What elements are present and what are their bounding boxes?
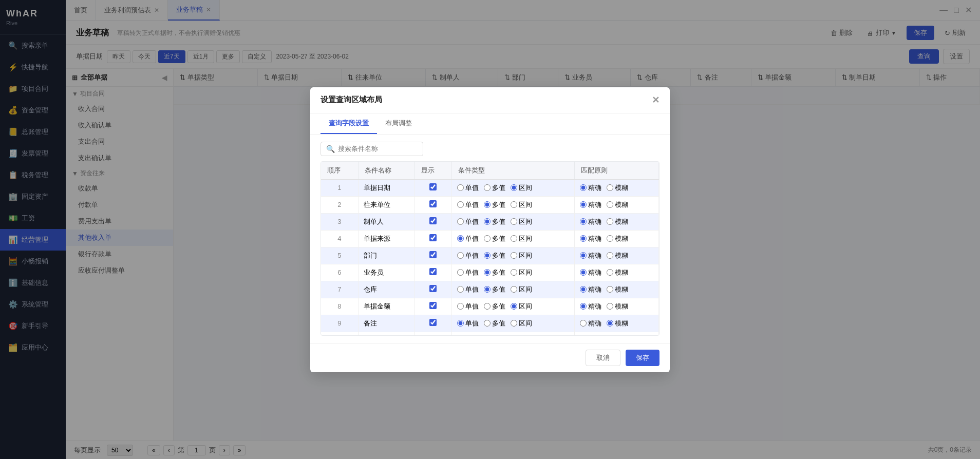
modal-search-bar: 🔍 [321,142,423,156]
type-option-2-1[interactable]: 多值 [484,217,505,226]
type-option-8-2[interactable]: 区间 [511,319,532,328]
row-type-4: 单值多值区间 [452,247,574,264]
type-option-7-2[interactable]: 区间 [511,302,532,311]
row-order-0: 1 [321,179,358,196]
modal-table-scroll: 顺序条件名称显示条件类型匹配原则 1单据日期单值多值区间精确模糊2往来单位单值多… [321,161,659,336]
type-option-6-0[interactable]: 单值 [457,285,479,294]
match-option-7-1[interactable]: 模糊 [607,302,628,311]
type-option-7-1[interactable]: 多值 [484,302,505,311]
type-option-6-2[interactable]: 区间 [511,285,532,294]
modal-search-input[interactable] [338,145,415,152]
match-option-8-1[interactable]: 模糊 [607,319,628,328]
row-match-6: 精确模糊 [574,281,658,298]
table-row: 8单据金额单值多值区间精确模糊 [321,298,659,315]
modal-body: 🔍 顺序条件名称显示条件类型匹配原则 1单据日期单值多值区间精确模糊2往来单位单… [310,135,670,343]
row-match-3: 精确模糊 [574,230,658,247]
modal-close-btn[interactable]: ✕ [652,94,659,106]
row-show-9[interactable] [414,332,452,336]
row-name-4: 部门 [358,247,414,264]
row-type-5: 单值多值区间 [452,264,574,281]
modal-header: 设置查询区域布局 ✕ [310,87,670,113]
type-option-8-0[interactable]: 单值 [457,319,479,328]
match-option-3-1[interactable]: 模糊 [607,234,628,243]
row-show-4[interactable] [414,247,452,264]
match-option-8-0[interactable]: 精确 [580,319,601,328]
show-checkbox-8[interactable] [429,319,437,326]
type-option-3-1[interactable]: 多值 [484,234,505,243]
tab-query-fields[interactable]: 查询字段设置 [321,113,377,134]
type-option-4-1[interactable]: 多值 [484,251,505,260]
type-option-6-1[interactable]: 多值 [484,285,505,294]
match-option-4-1[interactable]: 模糊 [607,251,628,260]
row-show-8[interactable] [414,315,452,332]
row-name-1: 往来单位 [358,196,414,213]
match-option-4-0[interactable]: 精确 [580,251,601,260]
row-order-6: 7 [321,281,358,298]
row-type-8: 单值多值区间 [452,315,574,332]
match-option-1-0[interactable]: 精确 [580,200,601,209]
settings-modal: 设置查询区域布局 ✕ 查询字段设置 布局调整 🔍 顺序条件名称显示条件类型匹配原… [310,87,670,372]
type-option-3-0[interactable]: 单值 [457,234,479,243]
confirm-btn[interactable]: 保存 [626,350,659,366]
show-checkbox-7[interactable] [429,302,437,309]
show-checkbox-5[interactable] [429,268,437,275]
type-option-7-0[interactable]: 单值 [457,302,479,311]
type-option-2-0[interactable]: 单值 [457,217,479,226]
row-match-4: 精确模糊 [574,247,658,264]
row-name-3: 单据来源 [358,230,414,247]
type-option-1-1[interactable]: 多值 [484,200,505,209]
row-show-3[interactable] [414,230,452,247]
row-show-7[interactable] [414,298,452,315]
modal-search-icon: 🔍 [326,145,335,153]
row-name-5: 业务员 [358,264,414,281]
show-checkbox-6[interactable] [429,285,437,292]
match-option-5-1[interactable]: 模糊 [607,268,628,277]
row-name-7: 单据金额 [358,298,414,315]
type-option-0-2[interactable]: 区间 [511,183,532,193]
show-checkbox-3[interactable] [429,234,437,241]
match-option-7-0[interactable]: 精确 [580,302,601,311]
type-option-4-2[interactable]: 区间 [511,251,532,260]
match-option-6-1[interactable]: 模糊 [607,285,628,294]
row-show-1[interactable] [414,196,452,213]
row-show-5[interactable] [414,264,452,281]
match-option-5-0[interactable]: 精确 [580,268,601,277]
row-show-2[interactable] [414,213,452,230]
type-option-0-0[interactable]: 单值 [457,183,479,193]
type-option-4-0[interactable]: 单值 [457,251,479,260]
modal-col-条件名称: 条件名称 [358,162,414,180]
row-order-5: 6 [321,264,358,281]
match-option-1-1[interactable]: 模糊 [607,200,628,209]
match-option-6-0[interactable]: 精确 [580,285,601,294]
show-checkbox-2[interactable] [429,217,437,224]
type-option-3-2[interactable]: 区间 [511,234,532,243]
modal-overlay: 设置查询区域布局 ✕ 查询字段设置 布局调整 🔍 顺序条件名称显示条件类型匹配原… [0,0,980,459]
match-option-0-0[interactable]: 精确 [580,183,601,193]
table-row: 9备注单值多值区间精确模糊 [321,315,659,332]
table-row: 3制单人单值多值区间精确模糊 [321,213,659,230]
type-option-0-1[interactable]: 多值 [484,183,505,193]
type-option-8-1[interactable]: 多值 [484,319,505,328]
row-show-6[interactable] [414,281,452,298]
modal-title: 设置查询区域布局 [321,95,382,105]
row-type-7: 单值多值区间 [452,298,574,315]
show-checkbox-0[interactable] [429,183,437,190]
match-option-0-1[interactable]: 模糊 [607,183,628,193]
row-match-9: 精确模糊 [574,332,658,336]
show-checkbox-4[interactable] [429,251,437,258]
match-option-2-1[interactable]: 模糊 [607,217,628,226]
match-option-3-0[interactable]: 精确 [580,234,601,243]
row-type-1: 单值多值区间 [452,196,574,213]
row-show-0[interactable] [414,179,452,196]
type-option-5-0[interactable]: 单值 [457,268,479,277]
cancel-btn[interactable]: 取消 [586,350,620,366]
type-option-1-0[interactable]: 单值 [457,200,479,209]
type-option-5-1[interactable]: 多值 [484,268,505,277]
row-match-1: 精确模糊 [574,196,658,213]
type-option-1-2[interactable]: 区间 [511,200,532,209]
tab-layout-adjust[interactable]: 布局调整 [377,113,420,134]
type-option-5-2[interactable]: 区间 [511,268,532,277]
match-option-2-0[interactable]: 精确 [580,217,601,226]
show-checkbox-1[interactable] [429,200,437,207]
type-option-2-2[interactable]: 区间 [511,217,532,226]
